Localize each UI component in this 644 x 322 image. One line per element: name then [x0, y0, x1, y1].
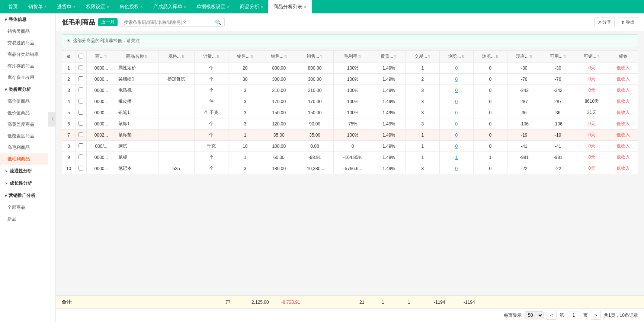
close-icon[interactable]: ×	[107, 4, 109, 9]
share-button[interactable]: ↗ 分享	[594, 17, 615, 27]
cell-checkbox[interactable]	[76, 107, 87, 118]
page-input[interactable]	[567, 312, 580, 319]
nav-permission[interactable]: 权限设置 ×	[81, 0, 114, 13]
row-checkbox[interactable]	[79, 121, 83, 126]
sidebar-item-category-rate[interactable]: 商品分类助销率	[0, 49, 48, 60]
th-sales-profit[interactable]: 销售...⇅	[296, 51, 334, 63]
th-unit[interactable]: 计量...⇅	[194, 51, 228, 63]
cell-browse1[interactable]: 0	[439, 107, 473, 118]
cell-sales-amt: 100.00	[262, 141, 296, 152]
sort-icon: ⇅	[182, 55, 185, 58]
row-checkbox[interactable]	[79, 87, 83, 92]
th-coverage[interactable]: 覆盖...⇅	[372, 51, 406, 63]
close-icon[interactable]: ×	[304, 4, 306, 9]
close-icon[interactable]: ×	[44, 4, 47, 9]
nav-sales[interactable]: 销货单 ×	[23, 0, 52, 13]
close-icon[interactable]: ×	[140, 4, 142, 9]
cell-checkbox[interactable]	[76, 85, 87, 96]
sidebar-group-title-growth[interactable]: ＞ 成长性分析	[0, 177, 48, 189]
nav-template[interactable]: 单据模板设置 ×	[191, 0, 234, 13]
row-checkbox[interactable]	[79, 65, 83, 70]
cell-browse1[interactable]: 0	[439, 63, 473, 74]
th-code[interactable]: 商...⇅	[87, 51, 116, 63]
cell-checkbox[interactable]	[76, 152, 87, 163]
sidebar-item-low-coverage[interactable]: 低覆盖度商品	[0, 130, 48, 142]
th-sales-amt[interactable]: 销售...⇅	[262, 51, 296, 63]
cell-browse1[interactable]: 0	[439, 118, 473, 130]
sidebar-item-stocked-goods[interactable]: 有库存的商品	[0, 60, 48, 72]
th-browse2[interactable]: 浏览...⇅	[473, 51, 507, 63]
sidebar-item-sales-goods[interactable]: 销售类商品	[0, 26, 48, 37]
nav-home[interactable]: 首页	[3, 0, 23, 13]
row-checkbox[interactable]	[79, 132, 83, 137]
th-sellable[interactable]: 可销...⇅	[575, 51, 609, 63]
th-gross-margin[interactable]: 毛利率⇅	[334, 51, 372, 63]
sidebar-item-low-value[interactable]: 低价值商品	[0, 107, 48, 119]
sidebar-group-title-value[interactable]: ∨ 类析度分析	[0, 83, 48, 96]
row-checkbox[interactable]	[79, 154, 83, 159]
search-icon[interactable]: 🔍	[215, 19, 221, 25]
nav-purchase[interactable]: 进货单 ×	[52, 0, 80, 13]
sidebar-item-new-goods[interactable]: 新品	[0, 213, 48, 225]
cell-browse1[interactable]: 0	[439, 85, 473, 96]
cell-browse2: 0	[473, 74, 507, 85]
sidebar-group-title-overview[interactable]: ∨ 整体信息	[0, 13, 48, 26]
nav-product-analysis[interactable]: 商品分析 ×	[235, 0, 268, 13]
cell-browse1[interactable]: 0	[439, 141, 473, 152]
search-input[interactable]	[124, 20, 215, 25]
close-icon[interactable]: ×	[73, 4, 75, 9]
th-trade-count[interactable]: 交易...⇅	[406, 51, 439, 63]
row-checkbox[interactable]	[79, 166, 83, 170]
cell-checkbox[interactable]	[76, 96, 87, 107]
cell-checkbox[interactable]	[76, 163, 87, 174]
cell-browse1[interactable]: 1	[439, 152, 473, 163]
page-size-select[interactable]: 50 100	[525, 311, 544, 319]
close-icon[interactable]: ×	[261, 4, 263, 9]
th-tag[interactable]: 标签	[609, 51, 638, 63]
sidebar-group-title-flow[interactable]: ＞ 流通性分析	[0, 165, 48, 177]
cell-browse1[interactable]: 0	[439, 130, 473, 141]
cell-sales-profit: -98.91	[296, 152, 334, 163]
th-checkbox[interactable]	[76, 51, 87, 63]
row-checkbox[interactable]	[79, 110, 83, 115]
nav-product-stock[interactable]: 产成品入库单 ×	[148, 0, 191, 13]
sidebar-item-high-value[interactable]: 高价值商品	[0, 96, 48, 107]
cell-browse2: 0	[473, 118, 507, 130]
th-name[interactable]: 商品名称⇅	[116, 51, 158, 63]
sidebar-item-inventory-capital[interactable]: 库存资金占用	[0, 72, 48, 83]
sidebar-group-title-marketing[interactable]: ∨ 营销推广分析	[0, 189, 48, 202]
close-icon[interactable]: ×	[184, 4, 186, 9]
cell-checkbox[interactable]	[76, 130, 87, 141]
next-page-button[interactable]: ＞	[591, 311, 601, 320]
cell-code: 0000...	[87, 85, 116, 96]
sidebar-item-high-margin[interactable]: 高毛利商品	[0, 142, 48, 153]
cell-checkbox[interactable]	[76, 74, 87, 85]
prev-page-button[interactable]: ＜	[547, 311, 557, 320]
cell-checkbox[interactable]	[76, 141, 87, 152]
sidebar-item-low-margin[interactable]: 低毛利商品	[0, 153, 48, 165]
export-button[interactable]: ⬆ 导出	[618, 17, 638, 27]
time-filter-button[interactable]: 近一月	[98, 18, 118, 26]
cell-checkbox[interactable]	[76, 63, 87, 74]
th-spec[interactable]: 规格...⇅	[158, 51, 194, 63]
cell-checkbox[interactable]	[76, 118, 87, 130]
th-browse1[interactable]: 浏览...⇅	[439, 51, 473, 63]
cell-browse1[interactable]: 0	[439, 96, 473, 107]
nav-product-analysis-list[interactable]: 商品分析列表 ×	[268, 0, 311, 13]
cell-browse1[interactable]: 0	[439, 163, 473, 174]
row-checkbox[interactable]	[79, 99, 83, 103]
close-icon[interactable]: ×	[227, 4, 229, 9]
sidebar-item-all-goods[interactable]: 全部商品	[0, 202, 48, 213]
th-current-stock[interactable]: 现有...⇅	[507, 51, 541, 63]
th-sales-qty[interactable]: 销售...⇅	[228, 51, 262, 63]
th-settings[interactable]: ⚙	[62, 51, 76, 63]
sidebar-item-traded-goods[interactable]: 交易过的商品	[0, 37, 48, 49]
row-checkbox[interactable]	[79, 76, 83, 81]
cell-browse1[interactable]: 0	[439, 74, 473, 85]
th-available-stock[interactable]: 可用...⇅	[541, 51, 575, 63]
row-checkbox[interactable]	[79, 143, 83, 148]
select-all-checkbox[interactable]	[79, 54, 83, 58]
sidebar-collapse-button[interactable]: 《	[48, 112, 55, 127]
nav-role[interactable]: 角色授权 ×	[114, 0, 148, 13]
sidebar-item-high-coverage[interactable]: 高覆盖度商品	[0, 119, 48, 130]
